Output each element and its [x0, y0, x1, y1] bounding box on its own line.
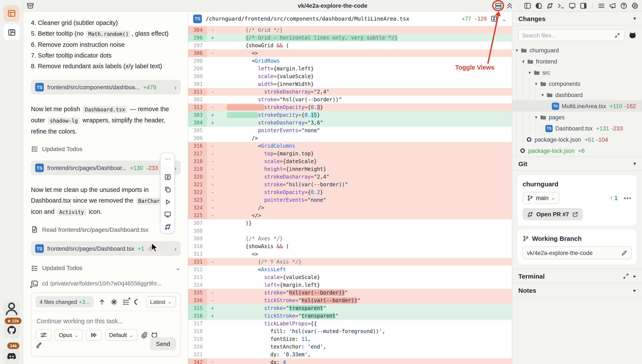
- play-icon[interactable]: [164, 198, 171, 206]
- changes-section-header[interactable]: Changes ▾: [512, 12, 642, 25]
- monitor-icon[interactable]: [568, 2, 576, 9]
- toggle-views-button[interactable]: Toggle Views: [495, 2, 502, 9]
- topbar-actions: Toggle Views: [495, 2, 638, 9]
- diff-row: 315+ stroke="transparent": [188, 304, 512, 312]
- spark-icon[interactable]: [110, 298, 118, 306]
- git-compare-icon[interactable]: [546, 2, 553, 9]
- topbar: vk/4e2a-explore-the-code Toggle Views: [23, 0, 642, 12]
- assistant-text: Now let me clean up the unused imports i…: [31, 184, 181, 218]
- tree-row[interactable]: TSDashboard.tsx+131-233: [512, 123, 642, 134]
- discord-button[interactable]: [4, 348, 20, 364]
- diff-row: 297 {showGrid && (: [188, 42, 512, 49]
- diff-sign: [207, 65, 218, 72]
- copy-icon[interactable]: [164, 186, 171, 193]
- tree-item-name: package-lock.json: [535, 136, 581, 143]
- diff-file-path: /churnguard/frontend/src/components/dash…: [206, 16, 409, 22]
- send-button[interactable]: Send: [150, 338, 176, 350]
- menu-icon[interactable]: [598, 2, 605, 9]
- fast-forward-button[interactable]: [86, 329, 102, 341]
- layout-button[interactable]: [4, 24, 20, 40]
- code-line: textAnchor: 'end',: [218, 343, 512, 351]
- more-menu-icon[interactable]: •••: [623, 194, 632, 202]
- collapse-diff-icon[interactable]: ⌄: [502, 15, 507, 22]
- diff-row: 301 width={innerWidth}: [188, 80, 512, 88]
- tree-row[interactable]: package-lock.json+6: [512, 145, 642, 156]
- chevrons-up-icon[interactable]: [506, 2, 513, 9]
- panel-right-icon[interactable]: [580, 2, 587, 9]
- model-dropdown[interactable]: Opus⌄: [55, 329, 83, 341]
- todo-row[interactable]: Updated Todos: [31, 145, 181, 152]
- terminal-section-header[interactable]: Terminal ▸: [512, 269, 642, 283]
- line-number: 296: [188, 34, 207, 42]
- tree-row[interactable]: ▾pages: [512, 112, 642, 123]
- github-button[interactable]: [4, 322, 20, 338]
- diff-sign: -: [207, 150, 218, 158]
- todos-indicator[interactable]: [122, 298, 130, 306]
- diff-row: 336- tickStroke="hsl(var(--border))": [188, 296, 512, 304]
- line-number: 297: [188, 42, 207, 49]
- folder-icon: [533, 69, 540, 76]
- search-files-input[interactable]: Search files...: [518, 29, 624, 41]
- collapse-tree-icon[interactable]: [614, 32, 620, 38]
- highlighter-icon[interactable]: [36, 341, 43, 348]
- diff-view-icon[interactable]: [491, 15, 498, 22]
- panel-left-icon[interactable]: [524, 2, 531, 9]
- read-row[interactable]: Read frontend/src/pages/Dashboard.tsx: [31, 226, 181, 233]
- expand-icon[interactable]: [623, 273, 629, 279]
- files-changed-chip[interactable]: 4 files changed+3...: [36, 296, 94, 307]
- workspace-button[interactable]: [4, 5, 20, 22]
- file-edit-chip[interactable]: TSfrontend/src/pages/Dashboard.tsx+1-5›: [31, 241, 181, 256]
- file-edit-chip[interactable]: TSfrontend/src/pages/Dashboar...+130-233…: [31, 160, 181, 175]
- move-up-icon[interactable]: [98, 298, 106, 306]
- terminal-prompt-icon[interactable]: [557, 2, 565, 9]
- chat-bubble-icon[interactable]: [535, 2, 542, 9]
- mode-dropdown[interactable]: Default⌄: [105, 329, 138, 341]
- diff-row: 320- strokeDasharray="2,4": [188, 173, 512, 181]
- composer-input[interactable]: Continue working on this task...: [31, 311, 180, 328]
- drag-handle-icon[interactable]: [164, 156, 171, 163]
- code-line: scale={valueScale}: [218, 274, 512, 281]
- tree-row[interactable]: ▾components: [512, 78, 642, 89]
- terminal-row[interactable]: cd /private/var/folders/10/h7w0q46556ggr…: [31, 280, 181, 287]
- diff-row: 296+ {/* Grid – horizontal lines only, v…: [188, 34, 512, 42]
- line-number: 315: [188, 304, 207, 312]
- todo-row[interactable]: Updated Todos⌄: [31, 264, 181, 272]
- megaphone-icon[interactable]: [609, 2, 616, 9]
- pull-request-icon: [527, 211, 533, 218]
- tree-row[interactable]: TSMultiLineArea.tsx+110-162: [512, 100, 642, 112]
- edit-diff-icon[interactable]: [164, 174, 171, 181]
- branch-dropdown[interactable]: main⌄: [523, 192, 560, 204]
- code-line: <>: [218, 250, 512, 258]
- help-icon[interactable]: [620, 2, 627, 9]
- attach-icon[interactable]: [141, 332, 148, 339]
- indent-guide: [519, 112, 525, 123]
- file-edit-chip[interactable]: TSfrontend/src/components/dashboa...+479…: [31, 80, 181, 94]
- git-section-header[interactable]: Git ▾: [512, 157, 642, 170]
- tree-row[interactable]: ▾frontend: [512, 56, 642, 67]
- working-branch-input[interactable]: vk/4e2a-explore-the-code: [523, 246, 632, 259]
- archive-icon[interactable]: [27, 2, 34, 9]
- diff-row: 331- {/* Y Axis */}: [188, 258, 512, 266]
- chevron-right-icon: ›: [174, 84, 177, 91]
- notes-section-header[interactable]: Notes ▸: [512, 283, 642, 297]
- monitor-icon[interactable]: [164, 211, 171, 218]
- settings-icon[interactable]: [631, 2, 638, 9]
- tree-row[interactable]: package-lock.json+61-104: [512, 134, 642, 145]
- edit-branch-icon[interactable]: [621, 250, 627, 256]
- tree-row[interactable]: ▾dashboard: [512, 89, 642, 100]
- diff-sign: [207, 127, 218, 134]
- git-compare-icon[interactable]: [164, 223, 171, 230]
- settings-sliders-button[interactable]: [36, 329, 52, 341]
- open-pr-button[interactable]: Open PR #7: [523, 208, 583, 220]
- diff-row: 317 tickLabelProps={{: [188, 320, 512, 328]
- diff-sign: -: [207, 142, 218, 150]
- cat-assistant-icon[interactable]: [628, 31, 637, 40]
- tree-row[interactable]: ▾src: [512, 67, 642, 78]
- version-dropdown[interactable]: Latest⌄: [146, 296, 176, 307]
- tree-item-name: src: [542, 69, 550, 76]
- account-button[interactable]: [4, 300, 20, 317]
- diff-sign: [207, 274, 218, 281]
- diff-sign: [207, 72, 218, 80]
- diff-sign: -: [207, 165, 218, 173]
- tree-row[interactable]: ▾churnguard: [512, 45, 642, 56]
